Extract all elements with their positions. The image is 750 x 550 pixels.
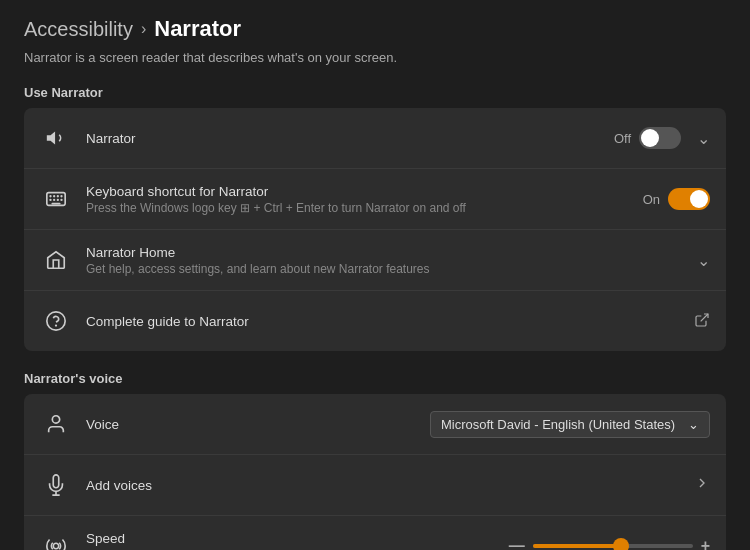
- narrator-text: Narrator: [86, 131, 614, 146]
- keyboard-shortcut-title: Keyboard shortcut for Narrator: [86, 184, 643, 199]
- voice-icon: [40, 408, 72, 440]
- add-voices-text: Add voices: [86, 478, 694, 493]
- speed-control[interactable]: — +: [509, 537, 710, 550]
- narrator-control[interactable]: Off ⌄: [614, 127, 710, 149]
- keyboard-shortcut-text: Keyboard shortcut for Narrator Press the…: [86, 184, 643, 215]
- narrator-home-control[interactable]: ⌄: [689, 251, 710, 270]
- add-voices-row[interactable]: Add voices: [24, 455, 726, 516]
- speed-text: Speed Press Narrator + Plus (+) or Narra…: [86, 531, 509, 551]
- speed-slider-thumb[interactable]: [613, 538, 629, 550]
- voice-dropdown-value: Microsoft David - English (United States…: [441, 417, 675, 432]
- speed-slider-track[interactable]: [533, 544, 693, 548]
- narrator-title: Narrator: [86, 131, 614, 146]
- narrator-voice-group: Voice Microsoft David - English (United …: [24, 394, 726, 550]
- use-narrator-section-header: Use Narrator: [24, 85, 726, 100]
- svg-line-13: [701, 314, 708, 321]
- voice-dropdown[interactable]: Microsoft David - English (United States…: [430, 411, 710, 438]
- speed-row: Speed Press Narrator + Plus (+) or Narra…: [24, 516, 726, 550]
- keyboard-shortcut-desc: Press the Windows logo key ⊞ + Ctrl + En…: [86, 201, 643, 215]
- narrator-home-chevron-icon[interactable]: ⌄: [697, 251, 710, 270]
- page-container: Accessibility › Narrator Narrator is a s…: [0, 0, 750, 550]
- complete-guide-text: Complete guide to Narrator: [86, 314, 694, 329]
- page-title: Narrator: [154, 16, 241, 42]
- speed-plus-icon[interactable]: +: [701, 537, 710, 550]
- narrator-home-row[interactable]: Narrator Home Get help, access settings,…: [24, 230, 726, 291]
- narrator-home-text: Narrator Home Get help, access settings,…: [86, 245, 689, 276]
- use-narrator-group: Narrator Off ⌄: [24, 108, 726, 351]
- voice-control[interactable]: Microsoft David - English (United States…: [430, 411, 710, 438]
- speed-minus-icon[interactable]: —: [509, 537, 525, 550]
- home-icon: [40, 244, 72, 276]
- narrator-voice-section-header: Narrator's voice: [24, 371, 726, 386]
- narrator-toggle-knob: [641, 129, 659, 147]
- narrator-icon: [40, 122, 72, 154]
- add-voices-icon: [40, 469, 72, 501]
- speed-slider-fill: [533, 544, 621, 548]
- complete-guide-control[interactable]: [694, 312, 710, 331]
- narrator-home-desc: Get help, access settings, and learn abo…: [86, 262, 689, 276]
- page-subtitle: Narrator is a screen reader that describ…: [24, 50, 726, 65]
- svg-point-17: [53, 543, 59, 549]
- narrator-row: Narrator Off ⌄: [24, 108, 726, 169]
- dropdown-arrow-icon: ⌄: [688, 417, 699, 432]
- narrator-toggle[interactable]: [639, 127, 681, 149]
- complete-guide-row[interactable]: Complete guide to Narrator: [24, 291, 726, 351]
- svg-point-14: [52, 416, 59, 423]
- voice-text: Voice: [86, 417, 430, 432]
- svg-marker-0: [47, 132, 55, 145]
- complete-guide-title: Complete guide to Narrator: [86, 314, 694, 329]
- voice-title: Voice: [86, 417, 430, 432]
- narrator-home-title: Narrator Home: [86, 245, 689, 260]
- narrator-chevron-icon[interactable]: ⌄: [697, 129, 710, 148]
- add-voices-forward-icon: [694, 475, 710, 495]
- guide-icon: [40, 305, 72, 337]
- external-link-icon[interactable]: [694, 312, 710, 331]
- keyboard-shortcut-control[interactable]: On: [643, 188, 710, 210]
- keyboard-shortcut-toggle[interactable]: [668, 188, 710, 210]
- voice-row: Voice Microsoft David - English (United …: [24, 394, 726, 455]
- breadcrumb-separator: ›: [141, 20, 146, 38]
- add-voices-control[interactable]: [694, 475, 710, 495]
- breadcrumb: Accessibility › Narrator: [24, 16, 726, 42]
- narrator-toggle-label: Off: [614, 131, 631, 146]
- add-voices-title: Add voices: [86, 478, 694, 493]
- keyboard-icon: [40, 183, 72, 215]
- keyboard-shortcut-row: Keyboard shortcut for Narrator Press the…: [24, 169, 726, 230]
- speed-title: Speed: [86, 531, 509, 546]
- keyboard-shortcut-toggle-knob: [690, 190, 708, 208]
- svg-point-11: [47, 312, 65, 330]
- breadcrumb-link[interactable]: Accessibility: [24, 18, 133, 41]
- speed-icon: [40, 530, 72, 550]
- keyboard-shortcut-toggle-label: On: [643, 192, 660, 207]
